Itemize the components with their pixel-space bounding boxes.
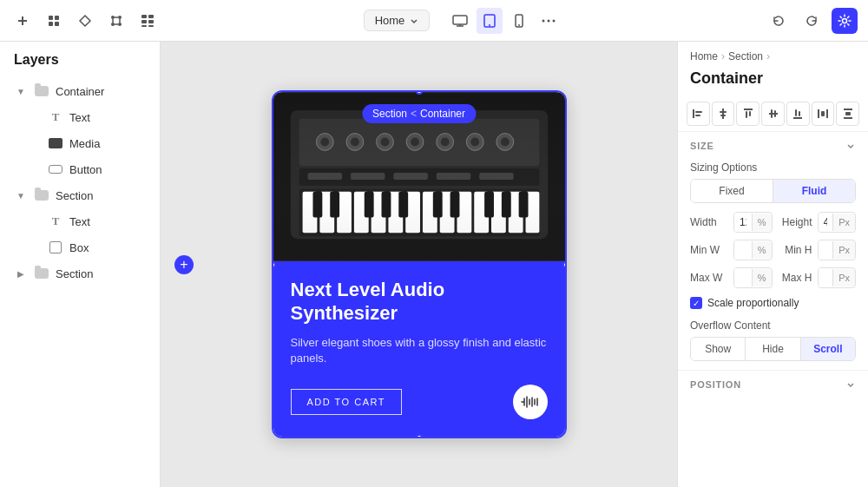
mobile-view-icon[interactable] xyxy=(506,8,532,34)
position-chevron-icon xyxy=(845,379,856,390)
svg-point-8 xyxy=(118,16,122,19)
svg-rect-90 xyxy=(769,113,778,115)
layer-expand-section1[interactable]: ▼ xyxy=(14,188,28,202)
height-input[interactable] xyxy=(819,213,833,232)
svg-point-9 xyxy=(111,23,115,26)
apps-icon[interactable] xyxy=(135,9,160,33)
layer-label-container: Container xyxy=(56,85,104,98)
redo-icon[interactable] xyxy=(799,8,825,34)
rp-breadcrumb-section[interactable]: Section xyxy=(728,50,763,63)
min-row: Min W % Min H Px xyxy=(678,236,868,264)
layer-label-button: Button xyxy=(69,163,102,176)
maxh-input-box: Px xyxy=(818,267,857,288)
svg-rect-3 xyxy=(55,16,59,20)
scale-checkbox[interactable]: ✓ xyxy=(690,297,702,309)
toolbar-center: Home xyxy=(167,8,759,34)
layers-title: Layers xyxy=(0,52,160,78)
scale-label: Scale proportionally xyxy=(707,297,799,309)
minh-input[interactable] xyxy=(819,240,833,260)
minw-input-box: % xyxy=(733,240,773,260)
minw-label: Min W xyxy=(690,244,728,256)
handle-bc[interactable] xyxy=(416,434,423,438)
minh-unit: Px xyxy=(832,241,855,259)
fluid-button[interactable]: Fluid xyxy=(773,180,855,202)
svg-point-27 xyxy=(518,24,520,26)
breadcrumb-tag[interactable]: Section < Container xyxy=(362,104,476,123)
handle-br[interactable] xyxy=(562,434,567,438)
breadcrumb-section[interactable]: Section xyxy=(372,108,407,120)
distribute-v-icon[interactable] xyxy=(836,102,859,126)
align-top-icon[interactable] xyxy=(736,102,760,126)
components-icon[interactable] xyxy=(73,9,97,33)
size-chevron-icon xyxy=(845,141,856,151)
canvas-add-button[interactable]: + xyxy=(174,255,194,274)
svg-rect-85 xyxy=(720,111,727,113)
fixed-button[interactable]: Fixed xyxy=(691,180,773,202)
handle-bl[interactable] xyxy=(272,434,276,438)
layer-expand-section2[interactable]: ▶ xyxy=(14,267,28,280)
svg-point-29 xyxy=(548,19,550,22)
maxw-input[interactable] xyxy=(734,268,752,287)
layer-item-section2[interactable]: ▶ Section xyxy=(0,260,160,286)
breadcrumb-container[interactable]: Container xyxy=(420,108,465,120)
layer-expand-container[interactable]: ▼ xyxy=(14,84,28,98)
svg-rect-18 xyxy=(148,20,154,23)
sizing-toggle: Fixed Fluid xyxy=(690,179,856,203)
settings-icon[interactable] xyxy=(832,8,858,34)
svg-rect-96 xyxy=(818,109,819,118)
maxw-input-box: % xyxy=(733,267,773,288)
svg-rect-95 xyxy=(799,111,800,116)
svg-point-7 xyxy=(111,16,115,19)
handle-mr[interactable] xyxy=(562,261,567,268)
svg-rect-15 xyxy=(141,15,147,18)
layer-label-text2: Text xyxy=(69,215,90,228)
size-section-header[interactable]: SIZE xyxy=(678,132,868,156)
rp-breadcrumb-home[interactable]: Home xyxy=(690,50,718,63)
layer-item-text1[interactable]: T Text xyxy=(14,104,160,130)
layer-item-text2[interactable]: T Text xyxy=(14,208,160,234)
width-input-box: % xyxy=(733,212,773,233)
svg-rect-5 xyxy=(55,22,59,26)
svg-rect-93 xyxy=(793,117,802,119)
align-bottom-icon[interactable] xyxy=(786,102,810,126)
card-container[interactable]: Next Level Audio Synthesizer Silver eleg… xyxy=(272,90,567,438)
layer-label-text1: Text xyxy=(69,111,90,124)
add-to-cart-button[interactable]: ADD TO CART xyxy=(291,389,402,415)
home-tab[interactable]: Home xyxy=(364,10,431,31)
main-area: Layers ▼ Container T Text Media Button ▼ xyxy=(0,42,868,487)
position-section-header[interactable]: POSITION xyxy=(678,370,868,395)
card-footer: ADD TO CART xyxy=(291,385,548,419)
layer-item-button[interactable]: Button xyxy=(14,156,160,182)
align-middle-icon[interactable] xyxy=(761,102,785,126)
align-center-h-icon[interactable] xyxy=(712,102,735,126)
svg-rect-17 xyxy=(141,20,147,23)
layer-item-media[interactable]: Media xyxy=(14,130,160,156)
overflow-scroll-button[interactable]: Scroll xyxy=(801,338,855,360)
overflow-hide-button[interactable]: Hide xyxy=(746,338,800,360)
tablet-view-icon[interactable] xyxy=(477,8,503,34)
width-input[interactable] xyxy=(734,213,752,232)
canvas-area[interactable]: + Section < Container xyxy=(161,42,677,487)
maxh-input[interactable] xyxy=(819,268,833,287)
svg-rect-84 xyxy=(722,109,724,119)
layer-item-box[interactable]: Box xyxy=(14,234,160,260)
undo-icon[interactable] xyxy=(766,8,792,34)
integrations-icon[interactable] xyxy=(104,9,128,33)
maxw-unit: % xyxy=(752,269,772,286)
layer-item-container[interactable]: ▼ Container xyxy=(0,78,160,104)
minw-input[interactable] xyxy=(734,240,752,260)
add-icon[interactable] xyxy=(10,9,35,33)
scale-row: ✓ Scale proportionally xyxy=(678,292,868,314)
layer-item-section1[interactable]: ▼ Section xyxy=(0,182,160,208)
svg-point-28 xyxy=(542,19,545,22)
svg-rect-4 xyxy=(49,22,53,26)
pages-icon[interactable] xyxy=(42,9,66,33)
svg-rect-91 xyxy=(771,109,773,118)
align-left-icon[interactable] xyxy=(687,102,710,126)
distribute-h-icon[interactable] xyxy=(812,102,835,126)
rp-breadcrumb-sep1: › xyxy=(721,50,725,63)
more-options-icon[interactable] xyxy=(536,8,562,34)
overflow-show-button[interactable]: Show xyxy=(691,338,746,360)
desktop-view-icon[interactable] xyxy=(447,8,473,34)
svg-point-25 xyxy=(489,24,490,26)
